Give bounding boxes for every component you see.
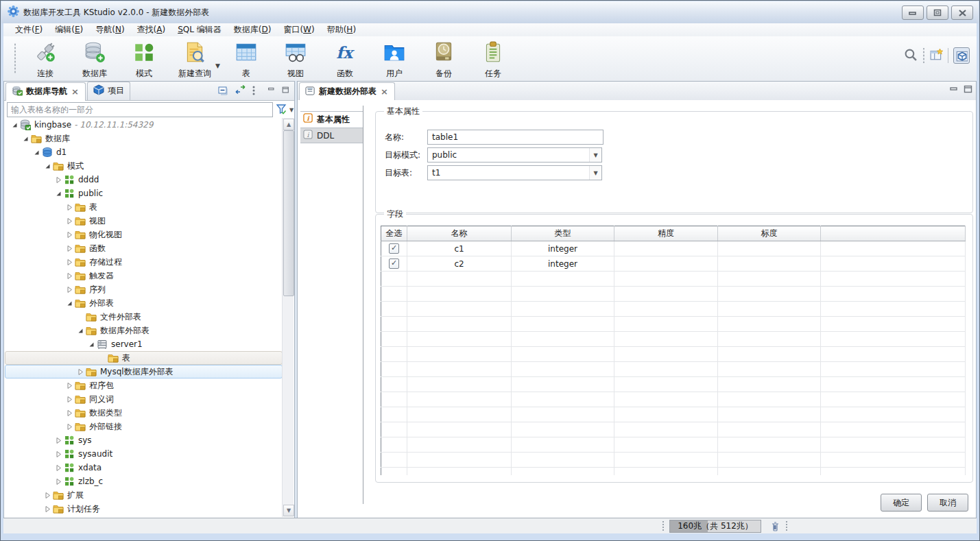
tree-item-zlzb-c[interactable]: zlzb_c xyxy=(5,474,283,488)
expand-arrow-icon[interactable] xyxy=(55,437,62,444)
collapse-arrow-icon[interactable] xyxy=(66,300,73,307)
tree-item-procedures[interactable]: 存储过程 xyxy=(5,255,283,269)
tree-item-file-external-tables[interactable]: 文件外部表 xyxy=(5,310,283,324)
editor-tab-close-icon[interactable]: × xyxy=(380,88,389,95)
expand-arrow-icon[interactable] xyxy=(44,492,51,499)
scroll-down-icon[interactable]: ▼ xyxy=(283,505,294,516)
expand-arrow-icon[interactable] xyxy=(66,272,73,280)
tree-item-clipped-item[interactable] xyxy=(5,516,283,517)
collapse-arrow-icon[interactable] xyxy=(55,190,62,197)
window-restore-button[interactable] xyxy=(927,5,948,20)
column-header-标度[interactable]: 标度 xyxy=(718,226,821,241)
expand-arrow-icon[interactable] xyxy=(66,259,73,266)
tree-item-packages[interactable]: 程序包 xyxy=(5,378,283,392)
tree-item-mysql-external-tables[interactable]: Mysql数据库外部表 xyxy=(5,365,283,378)
expand-arrow-icon[interactable] xyxy=(66,245,73,252)
combo-dropdown-icon[interactable]: ▼ xyxy=(589,148,601,162)
expand-arrow-icon[interactable] xyxy=(55,176,62,184)
heap-status-widget[interactable]: 160兆（共 512兆） xyxy=(669,520,761,533)
cell-type[interactable]: integer xyxy=(512,256,614,272)
tree-item-tables[interactable]: 表 xyxy=(5,200,283,214)
tree-scrollbar[interactable]: ▲ ▼ xyxy=(282,118,294,517)
tree-item-views[interactable]: 视图 xyxy=(5,214,283,228)
toolbar-button-database[interactable]: 数据库 xyxy=(70,36,119,82)
editor-tab-new-external-table[interactable]: 新建数据外部表 × xyxy=(299,82,395,101)
menu-item-search[interactable]: 查找(A) xyxy=(131,23,172,37)
cell-precision[interactable] xyxy=(614,241,718,256)
toolbar-button-function[interactable]: fx函数 xyxy=(320,36,370,82)
toolbar-button-table[interactable]: 表 xyxy=(222,36,271,82)
window-minimize-button[interactable] xyxy=(902,5,924,20)
collapse-arrow-icon[interactable] xyxy=(11,121,19,129)
cell-name[interactable]: c2 xyxy=(407,256,512,272)
tree-item-dddd[interactable]: dddd xyxy=(5,173,283,187)
name-input[interactable]: table1 xyxy=(427,130,603,145)
sidebar-tab-db-navigator[interactable]: 数据库导航× xyxy=(5,82,86,101)
tree-item-materialized-views[interactable]: 物化视图 xyxy=(5,228,283,241)
editor-nav-ddl[interactable]: iDDL xyxy=(300,128,363,143)
expand-arrow-icon[interactable] xyxy=(66,423,73,431)
expand-arrow-icon[interactable] xyxy=(66,409,73,417)
column-header-extra[interactable] xyxy=(821,226,966,241)
expand-arrow-icon[interactable] xyxy=(66,286,73,293)
toolbar-button-connect[interactable]: 连接 xyxy=(21,36,70,82)
cell-type[interactable]: integer xyxy=(512,241,614,256)
tree-item-functions[interactable]: 函数 xyxy=(5,241,283,255)
toolbar-button-task[interactable]: 任务 xyxy=(468,36,518,82)
expand-arrow-icon[interactable] xyxy=(77,368,84,376)
toolbar-button-user[interactable]: 用户 xyxy=(370,36,419,82)
row-checkbox[interactable]: ✓ xyxy=(389,259,399,269)
column-header-全选[interactable]: 全选 xyxy=(381,226,407,241)
tree-item-db-external-tables[interactable]: 数据库外部表 xyxy=(5,324,283,337)
menu-item-sql-editor[interactable]: SQL 编辑器 xyxy=(171,23,228,37)
target-table-combo[interactable]: t1▼ xyxy=(427,165,602,180)
field-row-c1[interactable]: ✓c1integer xyxy=(381,241,966,256)
tree-item-d1[interactable]: d1 xyxy=(5,145,283,159)
tree-item-sysaudit[interactable]: sysaudit xyxy=(5,447,283,461)
expand-arrow-icon[interactable] xyxy=(55,478,62,485)
tree-item-public[interactable]: public xyxy=(5,187,283,200)
column-header-精度[interactable]: 精度 xyxy=(614,226,718,241)
perspective-icon[interactable] xyxy=(953,47,970,64)
tree-item-data-types[interactable]: 数据类型 xyxy=(5,406,283,420)
editor-maximize-icon[interactable] xyxy=(964,85,972,95)
editor-nav-basic-properties[interactable]: i基本属性 xyxy=(300,111,363,127)
menu-item-file[interactable]: 文件(F) xyxy=(9,23,49,37)
field-row-c2[interactable]: ✓c2integer xyxy=(381,256,966,272)
column-header-名称[interactable]: 名称 xyxy=(407,226,512,241)
cell-scale[interactable] xyxy=(718,256,821,272)
tree-item-kingbase[interactable]: kingbase - 10.12.11.1:54329 xyxy=(5,118,283,132)
minimize-icon[interactable] xyxy=(267,86,276,97)
search-icon[interactable] xyxy=(904,48,917,63)
maximize-icon[interactable] xyxy=(282,86,291,97)
tree-item-xdata[interactable]: xdata xyxy=(5,461,283,474)
tree-item-sequences[interactable]: 序列 xyxy=(5,282,283,296)
toolbar-button-schema[interactable]: 模式 xyxy=(119,36,169,82)
sidebar-tab-project[interactable]: 项目 xyxy=(87,82,130,100)
toolbar-button-backup[interactable]: 备份 xyxy=(419,36,468,82)
tab-close-icon[interactable]: × xyxy=(71,88,80,95)
collapse-arrow-icon[interactable] xyxy=(77,327,84,335)
window-close-button[interactable] xyxy=(951,5,973,20)
scrollbar-thumb[interactable] xyxy=(283,130,294,296)
tree-item-triggers[interactable]: 触发器 xyxy=(5,269,283,282)
collapse-arrow-icon[interactable] xyxy=(22,135,29,143)
toolbar-button-view[interactable]: 视图 xyxy=(271,36,320,82)
link-editor-icon[interactable] xyxy=(235,85,246,98)
menu-item-navigate[interactable]: 导航(N) xyxy=(89,23,130,37)
menu-item-window[interactable]: 窗口(W) xyxy=(277,23,320,37)
tree-item-external-tables[interactable]: 外部表 xyxy=(5,296,283,310)
tree-item-db-links[interactable]: 外部链接 xyxy=(5,420,283,433)
expand-arrow-icon[interactable] xyxy=(44,505,51,513)
toolbar-button-new-query[interactable]: 新建查询 xyxy=(169,36,221,82)
expand-arrow-icon[interactable] xyxy=(55,464,62,472)
tree-item-extensions[interactable]: 扩展 xyxy=(5,488,283,502)
filter-dropdown-icon[interactable]: ▼ xyxy=(289,107,294,113)
expand-arrow-icon[interactable] xyxy=(66,396,73,403)
collapse-all-icon[interactable] xyxy=(218,85,229,98)
ok-button[interactable]: 确定 xyxy=(881,494,922,512)
column-header-类型[interactable]: 类型 xyxy=(512,226,614,241)
expand-arrow-icon[interactable] xyxy=(66,231,73,239)
cell-precision[interactable] xyxy=(614,256,718,272)
cell-scale[interactable] xyxy=(718,241,821,256)
